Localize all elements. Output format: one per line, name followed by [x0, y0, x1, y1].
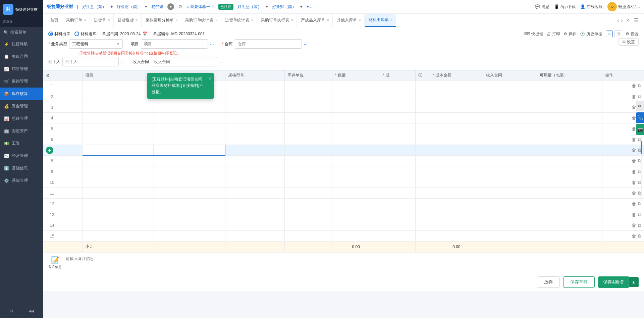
right-tool-3[interactable]: 📷	[636, 124, 644, 135]
sidebar-item-quicknav[interactable]: ⚡ 快捷导航	[0, 38, 43, 50]
delete-icon[interactable]: 🗑	[632, 137, 636, 142]
handler-input[interactable]	[62, 57, 119, 66]
copy-icon[interactable]: ⧉	[638, 222, 641, 228]
tab-next-btn[interactable]: ›	[621, 17, 623, 23]
save-new-main-btn[interactable]: 保存&新增	[598, 276, 629, 288]
list-view-btn[interactable]: ≡	[606, 31, 613, 37]
tooltip-close-icon[interactable]: ×	[209, 75, 211, 82]
row-1-spec[interactable]	[225, 81, 284, 91]
sidebar-item-base-info[interactable]: ℹ️ 基础信息	[0, 162, 43, 174]
sidebar-collapse-btn[interactable]: ◀◀	[22, 307, 40, 315]
sidebar-item-operations[interactable]: 📉 经营管理	[0, 150, 43, 162]
more-link[interactable]: +...	[307, 4, 312, 9]
tab-incoming-return[interactable]: 进货退货×	[114, 14, 142, 27]
warehouse-input[interactable]	[235, 39, 302, 49]
copy-icon[interactable]: ⧉	[638, 83, 641, 89]
good-biz-link[interactable]: 好生意（菌）	[82, 4, 106, 10]
delete-icon[interactable]: 🗑	[632, 158, 636, 164]
income-contract-input[interactable]	[151, 57, 218, 66]
good-biz2-link[interactable]: 好生意（菌）	[237, 4, 262, 10]
tab-close-purchase[interactable]: ×	[84, 18, 86, 22]
tab-close-incoming-stat[interactable]: ×	[251, 18, 253, 22]
tab-close-other-in[interactable]: ×	[359, 18, 361, 22]
delete-icon[interactable]: 🗑	[632, 105, 636, 110]
active-row-project[interactable]	[83, 145, 154, 156]
delete-icon[interactable]: 🗑	[632, 169, 636, 174]
history-btn[interactable]: 🕐 历史单据	[580, 31, 602, 37]
tab-purchase-cost[interactable]: 采购费用分摊单×	[142, 14, 181, 27]
radio-material-out[interactable]: 材料出库	[48, 31, 70, 37]
sidebar-item-sales[interactable]: 📈 销售管理	[0, 63, 43, 75]
info-icon[interactable]: ⓘ	[418, 73, 422, 77]
col-settings-icon[interactable]: ⚙	[46, 73, 50, 78]
delete-icon[interactable]: 🗑	[632, 115, 636, 121]
good-wealth-link[interactable]: 好业财（菌）	[117, 4, 141, 10]
sidebar-item-assets[interactable]: 🏢 固定资产	[0, 125, 43, 137]
row-1-available[interactable]	[537, 81, 602, 91]
active-row-inventory[interactable]	[154, 145, 225, 156]
shortcut-btn[interactable]: ⌨ 快捷键	[524, 31, 543, 37]
save-draft-button[interactable]: 保存草稿	[563, 276, 595, 288]
right-tool-2[interactable]: 📎	[636, 112, 644, 123]
notes-icon-area[interactable]: 📝 备注信息	[48, 256, 62, 269]
delete-icon[interactable]: 🗑	[632, 233, 636, 239]
calendar-icon[interactable]: 📅	[143, 32, 148, 36]
right-tool-1[interactable]: ✏	[636, 101, 644, 111]
delete-icon[interactable]: 🗑	[632, 126, 636, 131]
operation-btn[interactable]: ⚙ 操作	[564, 31, 577, 37]
row-1-project[interactable]	[83, 81, 154, 91]
project-input[interactable]	[141, 39, 208, 49]
business-type-select[interactable]: 工程领料 ▼	[69, 39, 123, 49]
sidebar-item-payroll[interactable]: 💵 工资	[0, 137, 43, 150]
copy-icon[interactable]: ⧉	[638, 233, 641, 239]
delete-icon[interactable]: 🗑	[632, 212, 636, 217]
scrollbar-thumb[interactable]	[641, 141, 642, 154]
dropdown-btn[interactable]: ▼	[167, 3, 174, 10]
tab-close-incoming[interactable]: ×	[108, 18, 110, 22]
tab-close-material-out[interactable]: ×	[391, 18, 393, 22]
tab-menu-btn[interactable]: ☰	[633, 17, 640, 23]
sidebar-settings-btn[interactable]: ⚙	[3, 307, 21, 315]
project-lookup-icon[interactable]: ···	[210, 41, 214, 47]
delete-icon[interactable]: 🗑	[632, 223, 636, 228]
tab-close-purchase-exec[interactable]: ×	[291, 18, 293, 22]
add-row-btn[interactable]: +	[46, 147, 53, 154]
settings-gear-icon[interactable]: ⚙	[178, 4, 182, 9]
handler-lookup-icon[interactable]: ···	[121, 59, 125, 64]
tab-product-in[interactable]: 产成品入库单×	[298, 14, 333, 27]
row-1-cost[interactable]	[380, 81, 415, 91]
warehouse-lookup-icon[interactable]: ···	[304, 41, 308, 47]
tab-close-product-in[interactable]: ×	[327, 18, 329, 22]
radio-material-return[interactable]: 材料退库	[74, 31, 97, 37]
sidebar-item-search[interactable]: 🔍 搜索菜单	[0, 27, 43, 38]
tab-close-purchase-stat[interactable]: ×	[215, 18, 217, 22]
sidebar-item-system[interactable]: ⚙️ 系统管理	[0, 174, 43, 187]
sidebar-item-project[interactable]: 📋 项目合同	[0, 50, 43, 63]
grid-view-btn[interactable]: ⊞	[614, 31, 622, 37]
save-new-arrow-btn[interactable]: ▲	[629, 277, 639, 287]
app-download-btn[interactable]: 📱 App下载	[554, 4, 576, 10]
tab-purchase-stat[interactable]: 采购订单统计表×	[182, 14, 221, 27]
copy-icon[interactable]: ⧉	[638, 212, 641, 217]
online-service-btn[interactable]: 👤 在线客服	[580, 4, 603, 10]
copy-icon[interactable]: ⧉	[638, 201, 641, 207]
tab-close-all-btn[interactable]: ×	[625, 17, 631, 23]
tab-prev-btn[interactable]: ‹	[617, 17, 619, 23]
tab-purchase-order[interactable]: 采购订单×	[63, 14, 90, 27]
row-1-contract[interactable]	[483, 81, 537, 91]
delete-icon[interactable]: 🗑	[632, 94, 636, 99]
tab-incoming-stat[interactable]: 进货单统计表×	[222, 14, 257, 27]
sidebar-item-ledger[interactable]: 📊 总账管理	[0, 112, 43, 125]
row-1-unit[interactable]	[284, 81, 332, 91]
income-contract-lookup-icon[interactable]: ···	[220, 59, 224, 64]
tab-home[interactable]: 首页	[47, 14, 62, 27]
copy-icon[interactable]: ⧉	[638, 94, 641, 99]
delete-icon[interactable]: 🗑	[632, 191, 636, 196]
good-wealth2-link[interactable]: 好业财（菌）	[272, 4, 296, 10]
row-1-qty[interactable]	[332, 81, 380, 91]
delete-icon[interactable]: 🗑	[632, 148, 636, 153]
tab-purchase-exec[interactable]: 采购订单执行表×	[258, 14, 297, 27]
delete-icon[interactable]: 🗑	[632, 201, 636, 207]
try-link[interactable]: ○ 我要体验一下	[186, 4, 214, 10]
settings-btn[interactable]: ⚙ 设置	[626, 31, 639, 37]
